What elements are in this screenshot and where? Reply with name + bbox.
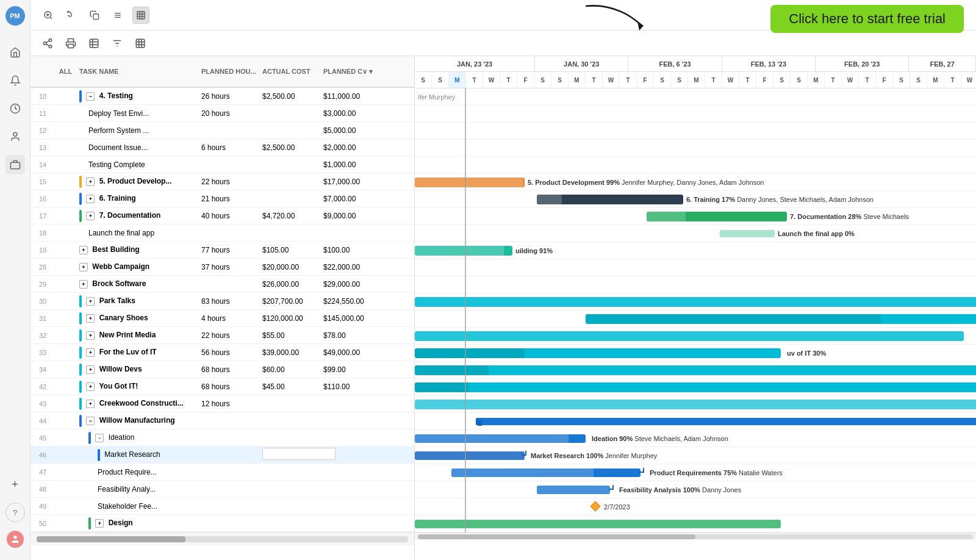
row-expand-32[interactable]: +	[86, 331, 95, 340]
table-row: 47 Product Require...	[30, 464, 414, 481]
gantt-row-13	[415, 140, 976, 157]
svg-rect-7	[93, 14, 99, 20]
row-expand-45[interactable]: −	[95, 434, 104, 442]
table-row: 10 − 4. Testing 26 hours $2,500.00 $11,0…	[30, 88, 414, 105]
sidebar-bell[interactable]	[5, 71, 25, 90]
week-feb20: FEB, 20 '23	[816, 56, 909, 71]
toolbar-copy[interactable]	[86, 7, 103, 24]
gantt-day: F	[756, 72, 773, 88]
row-expand-33[interactable]: +	[86, 348, 95, 357]
gantt-day: S	[910, 72, 927, 88]
header-planned-cost: PLANNED C∨ ▾	[320, 68, 390, 76]
gantt-row-50	[415, 515, 976, 533]
gantt-chart[interactable]: JAN, 23 '23 JAN, 30 '23 FEB, 6 '23 FEB, …	[415, 56, 976, 560]
row-expand-19[interactable]: +	[79, 246, 88, 254]
sidebar-avatar[interactable]	[7, 531, 24, 548]
gantt-row-14	[415, 157, 976, 174]
gantt-day: M	[808, 72, 825, 88]
toolbar-undo[interactable]	[63, 7, 80, 24]
gantt-day: M	[688, 72, 705, 88]
row-expand-31[interactable]: +	[86, 314, 95, 323]
row-expand-15[interactable]: +	[86, 178, 95, 186]
sidebar-home[interactable]	[5, 43, 25, 62]
table-row: 12 Perform System ... $5,000.00	[30, 122, 414, 139]
row-expand-34[interactable]: +	[86, 365, 95, 374]
week-feb6: FEB, 6 '23	[628, 56, 722, 71]
row-expand-16[interactable]: +	[86, 195, 95, 203]
gantt-day: S	[773, 72, 791, 88]
table-row: 49 Stakeholder Fee...	[30, 498, 414, 515]
week-feb27: FEB, 27	[909, 56, 976, 71]
sidebar-help[interactable]: ?	[5, 503, 25, 522]
row-expand-28[interactable]: +	[79, 263, 88, 271]
gantt-scrollbar[interactable]	[415, 533, 976, 540]
today-line	[465, 88, 466, 533]
gantt-bar-label-ideation: Ideation 90% Steve Michaels, Adam Johnso…	[592, 435, 728, 442]
svg-point-17	[49, 38, 52, 41]
table-row: 50 + Design	[30, 515, 414, 532]
row-expand-43[interactable]: +	[86, 400, 95, 408]
toolbar-gantt[interactable]	[132, 7, 149, 24]
gantt-bar-park-talks	[415, 297, 976, 307]
gantt-day: S	[551, 72, 569, 88]
market-research-input[interactable]	[262, 448, 336, 460]
row-expand-30[interactable]: +	[86, 297, 95, 306]
table-row: 33 + For the Luv of IT 56 hours $39,000.…	[30, 344, 414, 361]
table-row: 45 − Ideation	[30, 429, 414, 447]
row-expand-42[interactable]: +	[86, 382, 95, 391]
gantt-bar-label-training: 6. Training 17% Danny Jones, Steve Micha…	[686, 196, 874, 203]
row-expand-29[interactable]: +	[79, 280, 88, 289]
gantt-day: M	[569, 72, 586, 88]
view-filter[interactable]	[109, 35, 125, 51]
table-row: 11 Deploy Test Envi... 20 hours $3,000.0…	[30, 105, 414, 122]
gantt-row-10: ifer Murphey	[415, 88, 976, 106]
gantt-row-43	[415, 396, 976, 413]
gantt-row-18: Launch the final app 0%	[415, 225, 976, 242]
svg-point-1	[13, 132, 17, 136]
view-group[interactable]	[40, 35, 56, 51]
row-expand-44[interactable]: −	[86, 417, 95, 425]
gantt-bar-documentation	[647, 212, 787, 221]
row-expand-10[interactable]: −	[86, 92, 95, 101]
gantt-day: F	[517, 72, 534, 88]
sidebar-briefcase[interactable]	[5, 155, 25, 174]
gantt-row-45: Ideation 90% Steve Michaels, Adam Johnso…	[415, 430, 976, 447]
table-row: 34 + Willow Devs 68 hours $60.00 $99.00	[30, 361, 414, 378]
toolbar-search[interactable]	[40, 7, 57, 24]
row-expand-50[interactable]: +	[95, 519, 104, 528]
table-row: 19 + Best Building 77 hours $105.00 $100…	[30, 242, 414, 259]
gantt-header: JAN, 23 '23 JAN, 30 '23 FEB, 6 '23 FEB, …	[415, 56, 976, 88]
sidebar-add[interactable]: +	[5, 475, 25, 494]
toolbar-link[interactable]	[109, 7, 126, 24]
gantt-bar-launch	[720, 230, 775, 237]
table-row: 43 + Creekwood Constructi... 12 hours	[30, 395, 414, 412]
table-row: 16 + 6. Training 21 hours $7,000.00	[30, 190, 414, 207]
brand-logo[interactable]: PM	[5, 6, 25, 26]
gantt-day: T	[859, 72, 876, 88]
header-planned-hours: PLANNED HOU...	[198, 68, 259, 75]
sidebar-clock[interactable]	[5, 99, 25, 118]
svg-rect-23	[90, 39, 98, 48]
gantt-day: F	[876, 72, 893, 88]
view-print[interactable]	[63, 35, 79, 51]
horizontal-scrollbar[interactable]	[37, 536, 408, 542]
gantt-day: T	[620, 72, 637, 88]
cta-button[interactable]: Click here to start free trial	[770, 5, 964, 33]
svg-point-3	[13, 536, 16, 539]
gantt-row-16: 6. Training 17% Danny Jones, Steve Micha…	[415, 191, 976, 208]
row-expand-17[interactable]: +	[86, 212, 95, 220]
gantt-row-49: 2/7/2023	[415, 498, 976, 515]
view-table[interactable]	[86, 35, 102, 51]
top-toolbar: Click here to start free trial	[30, 0, 976, 31]
gantt-day: S	[432, 72, 449, 88]
gantt-bar-new-print	[415, 331, 964, 341]
gantt-bar-ideation	[415, 434, 586, 443]
gantt-day: M	[927, 72, 944, 88]
gantt-day: S	[654, 72, 671, 88]
gantt-row-32	[415, 328, 976, 345]
gantt-rows: ifer Murphey 5. Product D	[415, 88, 976, 533]
view-columns[interactable]	[132, 35, 148, 51]
gantt-day: T	[739, 72, 756, 88]
sidebar-person[interactable]	[5, 127, 25, 146]
table-row: 13 Document Issue... 6 hours $2,500.00 $…	[30, 139, 414, 156]
